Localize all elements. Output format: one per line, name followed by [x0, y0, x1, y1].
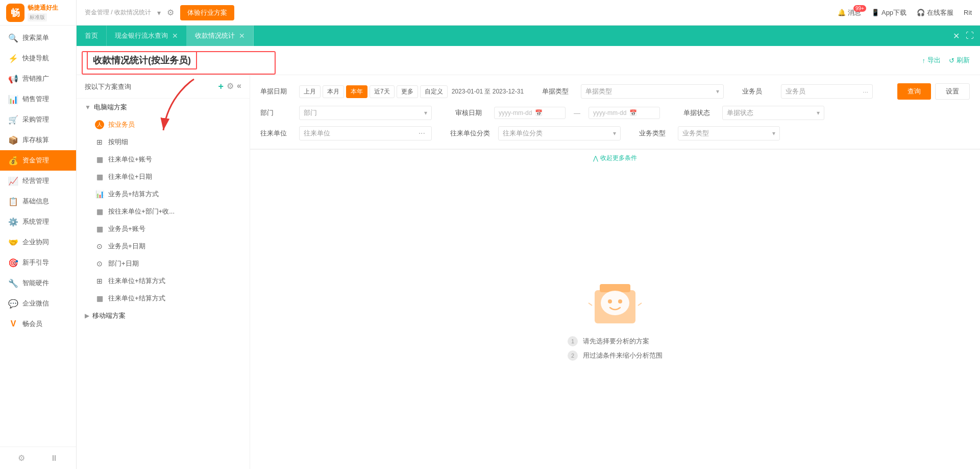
tab-receivable-close-icon[interactable]: ✕ — [239, 32, 245, 40]
salesperson-label: 业务员 — [742, 87, 773, 96]
collapse-sidebar-icon[interactable]: ⏸ — [50, 454, 58, 463]
sidebar-item-search[interactable]: 🔍 搜索菜单 — [0, 28, 76, 48]
date-btn-this-month[interactable]: 本月 — [323, 85, 344, 98]
sidebar-item-label: 快捷导航 — [22, 54, 49, 63]
sidebar-item-purchase[interactable]: 🛒 采购管理 — [0, 109, 76, 130]
date-range-dash: — — [574, 109, 580, 117]
scheme-add-button[interactable]: + — [218, 81, 224, 92]
sidebar-item-system[interactable]: ⚙️ 系统管理 — [0, 212, 76, 232]
sidebar-item-sales[interactable]: 📊 销售管理 — [0, 89, 76, 109]
scheme-item-partner-account[interactable]: ▦ 往来单位+账号 — [77, 151, 250, 168]
scheme-item-partner-date[interactable]: ▦ 往来单位+日期 — [77, 168, 250, 185]
date-btn-7days[interactable]: 近7天 — [370, 85, 395, 98]
empty-step-1: 1 请先选择要分析的方案 — [568, 336, 663, 346]
tab-bank-flow[interactable]: 现金银行流水查询 ✕ — [107, 26, 187, 46]
sidebar-item-label: 智能硬件 — [22, 278, 49, 288]
date-label: 单据日期 — [260, 87, 291, 96]
scheme-group-mobile-header[interactable]: ▶ 移动端方案 — [77, 307, 250, 324]
date-btn-this-year[interactable]: 本年 — [346, 85, 368, 98]
sidebar-item-label: 库存核算 — [22, 135, 49, 145]
scheme-item-salesperson-date[interactable]: ⊙ 业务员+日期 — [77, 238, 250, 255]
review-date-start-input[interactable]: yyyy-mm-dd 📅 — [494, 107, 566, 119]
date-btn-custom[interactable]: 自定义 — [420, 85, 448, 98]
group-collapsed-arrow: ▶ — [85, 312, 89, 319]
biz-type-chevron-icon: ▾ — [772, 130, 775, 137]
system-icon: ⚙️ — [8, 217, 18, 227]
scheme-item-label: 部门+日期 — [108, 259, 139, 268]
sidebar-item-enterprise[interactable]: 🤝 企业协同 — [0, 232, 76, 252]
date-btn-last-month[interactable]: 上月 — [299, 85, 321, 98]
scheme-collapse-button[interactable]: « — [237, 81, 241, 92]
sidebar-item-basic[interactable]: 📋 基础信息 — [0, 191, 76, 212]
set-button[interactable]: 设置 — [935, 83, 970, 100]
scheme-item-dept-date[interactable]: ⊙ 部门+日期 — [77, 255, 250, 272]
partner-select-value: 往来单位 — [304, 129, 330, 138]
user-info[interactable]: Rit — [964, 9, 972, 16]
tab-receivable[interactable]: 收款情况统计 ✕ — [187, 26, 254, 46]
partner-label: 往来单位 — [260, 129, 291, 138]
trial-button[interactable]: 体验行业方案 — [180, 5, 234, 20]
sidebar-item-label: 畅会员 — [22, 319, 42, 329]
sidebar-item-vip[interactable]: V 畅会员 — [0, 314, 76, 334]
scheme-group-desktop-header[interactable]: ▼ 电脑端方案 — [77, 99, 250, 116]
scheme-item-partner-settle2[interactable]: ▦ 往来单位+结算方式 — [77, 290, 250, 307]
sidebar-item-finance[interactable]: 💰 资金管理 — [0, 150, 76, 171]
status-select-chevron-icon: ▾ — [817, 109, 820, 116]
export-icon: ↑ — [922, 57, 926, 64]
empty-svg — [584, 275, 646, 326]
settings-bottom-icon[interactable]: ⚙ — [18, 453, 25, 463]
sidebar-item-wechat[interactable]: 💬 企业微信 — [0, 293, 76, 314]
sidebar-item-label: 新手引导 — [22, 258, 49, 267]
sidebar-item-label: 企业协同 — [22, 238, 49, 247]
scheme-item-label: 按明细 — [108, 137, 128, 147]
sidebar-item-marketing[interactable]: 📢 营销推广 — [0, 68, 76, 89]
tab-home[interactable]: 首页 — [77, 26, 107, 46]
scheme-item-salesperson-settle[interactable]: 📊 业务员+结算方式 — [77, 185, 250, 203]
sidebar-item-inventory[interactable]: 📦 库存核算 — [0, 130, 76, 150]
right-panel: 单据日期 上月 本月 本年 近7天 更多 自定义 2023-01-01 至 20… — [250, 75, 980, 469]
status-select[interactable]: 单据状态 ▾ — [722, 106, 824, 120]
sidebar-item-quicknav[interactable]: ⚡ 快捷导航 — [0, 48, 76, 68]
close-all-tabs-icon[interactable]: ✕ — [953, 31, 960, 41]
export-button[interactable]: ↑ 导出 — [922, 56, 941, 65]
sidebar-item-operation[interactable]: 📈 经营管理 — [0, 171, 76, 191]
review-date-label: 审核日期 — [455, 108, 486, 118]
scheme-item-label: 往来单位+结算方式 — [108, 294, 165, 303]
dept-select[interactable]: 部门 ▾ — [299, 106, 432, 120]
collapse-bar[interactable]: ⋀ 收起更多条件 — [250, 149, 980, 167]
expand-tabs-icon[interactable]: ⛶ — [966, 31, 974, 40]
partner-category-select[interactable]: 往来单位分类 ▾ — [498, 126, 621, 140]
sales-icon: 📊 — [8, 94, 18, 104]
refresh-button[interactable]: ↺ 刷新 — [949, 56, 970, 65]
message-button[interactable]: 🔔 消息 99+ — [838, 8, 861, 17]
online-service-button[interactable]: 🎧 在线客服 — [917, 8, 953, 17]
vip-icon: V — [8, 319, 18, 329]
svg-point-2 — [601, 291, 629, 315]
dept-label: 部门 — [260, 108, 291, 118]
date-btn-more[interactable]: 更多 — [397, 85, 418, 98]
salesperson-select[interactable]: 业务员 ··· — [781, 84, 873, 99]
type-select[interactable]: 单据类型 ▾ — [581, 84, 724, 99]
top-header: 资金管理 / 收款情况统计 ▾ ⚙ 体验行业方案 🔔 消息 99+ 📱 App下… — [77, 0, 980, 26]
scheme-item-partner-settle1[interactable]: ⊞ 往来单位+结算方式 — [77, 272, 250, 290]
header-gear-icon[interactable]: ⚙ — [167, 8, 174, 17]
scheme-item-by-detail[interactable]: ⊞ 按明细 — [77, 133, 250, 151]
review-date-end-input[interactable]: yyyy-mm-dd 📅 — [589, 107, 660, 119]
sidebar-item-hardware[interactable]: 🔧 智能硬件 — [0, 273, 76, 293]
clock-icon: ⊙ — [95, 242, 104, 251]
scheme-settings-button[interactable]: ⚙ — [227, 81, 234, 92]
app-download-button[interactable]: 📱 App下载 — [871, 8, 906, 17]
scheme-item-by-salesperson[interactable]: 人 按业务员 — [77, 116, 250, 133]
query-button[interactable]: 查询 — [897, 83, 931, 100]
partner-select[interactable]: 往来单位 ··· — [299, 126, 432, 140]
scheme-item-partner-dept[interactable]: ▦ 按往来单位+部门+收... — [77, 203, 250, 220]
sidebar-item-guide[interactable]: 🎯 新手引导 — [0, 252, 76, 273]
scheme-item-salesperson-account[interactable]: ▦ 业务员+账号 — [77, 220, 250, 238]
breadcrumb-dropdown-icon[interactable]: ▾ — [157, 9, 161, 17]
chevron-up-icon: ⋀ — [593, 155, 598, 162]
tab-bank-flow-close-icon[interactable]: ✕ — [172, 32, 178, 40]
dept-select-chevron-icon: ▾ — [424, 109, 427, 116]
finance-icon: 💰 — [8, 155, 18, 166]
scheme-item-label: 业务员+结算方式 — [108, 190, 159, 199]
biz-type-select[interactable]: 业务类型 ▾ — [678, 126, 780, 140]
